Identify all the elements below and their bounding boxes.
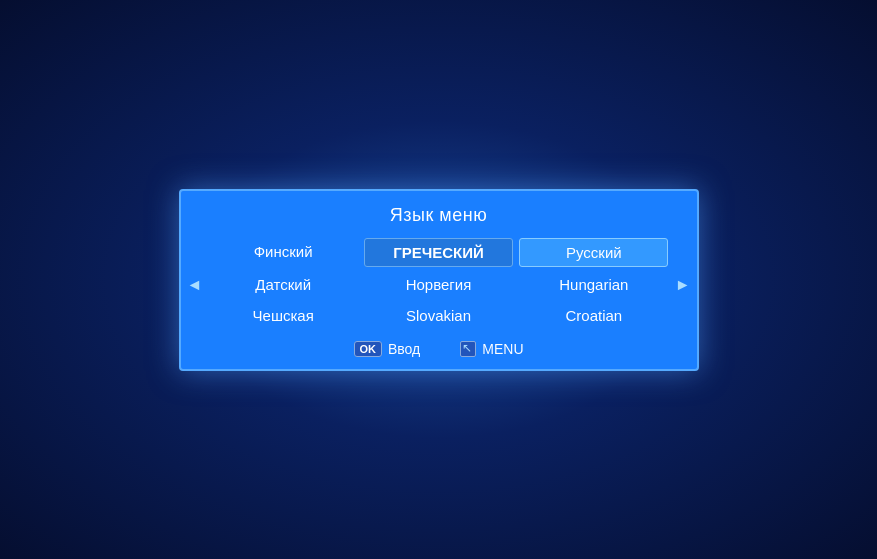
lang-item-russian[interactable]: Русский bbox=[519, 238, 668, 267]
nav-arrow-left-icon[interactable]: ◄ bbox=[187, 276, 203, 294]
lang-item-norway[interactable]: Норвегия bbox=[364, 271, 513, 298]
footer: OK Ввод MENU bbox=[191, 341, 687, 357]
ok-enter-item[interactable]: OK Ввод bbox=[354, 341, 421, 357]
nav-arrow-right-icon[interactable]: ► bbox=[675, 276, 691, 294]
menu-item[interactable]: MENU bbox=[460, 341, 523, 357]
menu-back-icon bbox=[460, 341, 476, 357]
enter-label: Ввод bbox=[388, 341, 420, 357]
lang-item-greek[interactable]: ГРЕЧЕСКИЙ bbox=[364, 238, 513, 267]
lang-item-finnish[interactable]: Финский bbox=[209, 238, 358, 267]
menu-label: MENU bbox=[482, 341, 523, 357]
lang-item-slovakian[interactable]: Slovakian bbox=[364, 302, 513, 329]
ok-badge: OK bbox=[354, 341, 383, 357]
lang-item-danish[interactable]: Датский bbox=[209, 271, 358, 298]
language-grid: Финский ГРЕЧЕСКИЙ Русский Датский Норвег… bbox=[209, 238, 669, 329]
menu-title: Язык меню bbox=[191, 205, 687, 226]
language-menu: Язык меню ◄ ► Финский ГРЕЧЕСКИЙ Русский … bbox=[179, 189, 699, 371]
lang-item-czech[interactable]: Чешская bbox=[209, 302, 358, 329]
lang-item-croatian[interactable]: Croatian bbox=[519, 302, 668, 329]
lang-item-hungarian[interactable]: Hungarian bbox=[519, 271, 668, 298]
